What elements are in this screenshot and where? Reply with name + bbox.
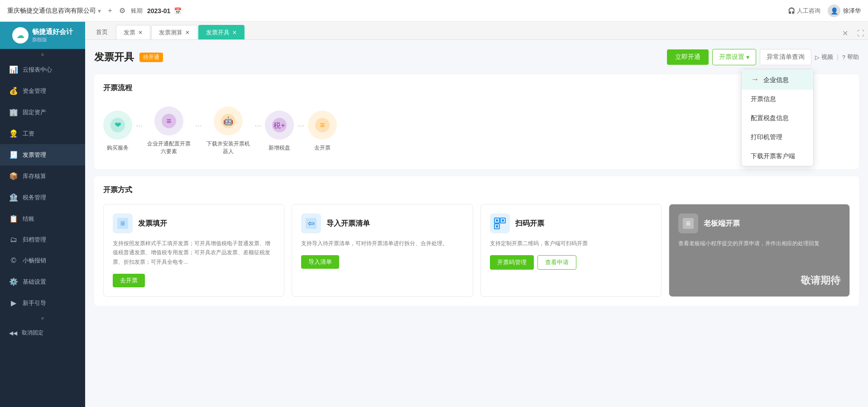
svg-rect-18: [502, 219, 504, 222]
avatar: 👤: [828, 5, 840, 17]
unpin-button[interactable]: ◀◀ 取消固定: [0, 324, 85, 342]
headset-icon: 🎧: [788, 7, 795, 14]
video-button[interactable]: ▷ 视频: [815, 53, 833, 61]
svg-text:≡: ≡: [686, 219, 691, 228]
methods-section: 开票方式 ≡ 发票填开 支持按: [94, 176, 859, 306]
tab-home[interactable]: 首页: [89, 25, 115, 39]
exception-list-button[interactable]: 异常清单查询: [760, 49, 811, 65]
fill-invoice-footer: 去开票: [113, 274, 275, 287]
view-apply-button[interactable]: 查看申请: [537, 255, 576, 270]
sidebar-item-inventory[interactable]: 📦 库存核算: [0, 165, 85, 187]
sidebar: ☁ 畅捷通好会计 旗舰版 ▲ 📊 云报表中心 💰 资金管理 🏢 固定资产 👷 工…: [0, 22, 85, 407]
period-value: 2023-01: [147, 7, 170, 15]
dropdown-item-download-client[interactable]: 下载开票客户端: [742, 147, 813, 166]
fixed-assets-icon: 🏢: [9, 108, 18, 116]
svg-text:⇦: ⇦: [308, 219, 315, 228]
dropdown-tax-disk-label: 配置税盘信息: [751, 114, 789, 121]
dropdown-item-company-info[interactable]: → 企业信息: [742, 69, 813, 90]
sidebar-item-invoice-mgmt[interactable]: 🧾 发票管理: [0, 144, 85, 165]
dropdown-item-tax-disk[interactable]: 配置税盘信息: [742, 109, 813, 128]
help-button[interactable]: ? 帮助: [842, 53, 859, 61]
status-badge: 待开通: [139, 53, 163, 62]
import-list-button[interactable]: 导入清单: [301, 255, 339, 269]
sidebar-item-fund-mgmt[interactable]: 💰 资金管理: [0, 80, 85, 102]
methods-title: 开票方式: [103, 185, 850, 195]
user-info[interactable]: 👤 徐泽华: [828, 5, 861, 17]
boss-invoice-title: 老板端开票: [704, 219, 740, 228]
dropdown-item-invoice-info[interactable]: 开票信息: [742, 90, 813, 109]
company-name: 重庆畅捷交通信息咨询有限公司: [7, 7, 96, 15]
unpin-label: 取消固定: [22, 329, 43, 337]
sidebar-label-invoice-mgmt: 发票管理: [23, 151, 46, 159]
sidebar-item-fixed-assets[interactable]: 🏢 固定资产: [0, 102, 85, 123]
process-label-3: 下载并安装开票机器人: [206, 140, 251, 155]
video-label: 视频: [821, 53, 833, 61]
tab-invoice[interactable]: 发票 ✕: [116, 25, 150, 39]
calendar-icon[interactable]: 📅: [174, 7, 182, 15]
sidebar-item-basic-settings[interactable]: ⚙️ 基础设置: [0, 271, 85, 292]
qr-mgmt-button[interactable]: 开票码管理: [490, 255, 534, 270]
method-card-boss-invoice: ≡ 老板端开票 查看老板端小程序提交的开票申请，并作出相应的处理回复 敬请期待: [669, 204, 850, 297]
unpin-icon: ◀◀: [9, 330, 17, 336]
logo-sub: 旗舰版: [32, 36, 73, 43]
process-arrow-2: ···: [195, 121, 202, 131]
process-icon-4: 税+: [265, 111, 294, 140]
tab-invoice-close[interactable]: ✕: [138, 29, 143, 36]
sidebar-item-new-guide[interactable]: ▶ 新手引导: [0, 292, 85, 314]
sidebar-item-cloud-report[interactable]: 📊 云报表中心: [0, 59, 85, 80]
logo-text-area: 畅捷通好会计 旗舰版: [32, 28, 73, 43]
activate-button[interactable]: 立即开通: [667, 49, 709, 65]
process-title: 开票流程: [103, 83, 850, 93]
process-icon-2: ≡: [154, 107, 183, 136]
dropdown-arrow-icon: ▾: [746, 53, 749, 61]
svg-text:≡: ≡: [120, 219, 125, 228]
add-tab-button[interactable]: ＋: [106, 6, 114, 15]
new-guide-icon: ▶: [9, 299, 18, 307]
settings-gear-icon[interactable]: ⚙: [119, 6, 125, 15]
fill-invoice-go-button[interactable]: 去开票: [113, 274, 145, 287]
page-title: 发票开具: [94, 50, 134, 64]
boss-invoice-desc: 查看老板端小程序提交的开票申请，并作出相应的处理回复: [678, 239, 840, 248]
process-step-3: 🤖 下载并安装开票机器人: [206, 107, 251, 155]
tab-invoice-issue[interactable]: 发票开具 ✕: [198, 25, 245, 39]
scroll-up-indicator[interactable]: ▲: [0, 49, 85, 59]
sidebar-item-tax-mgmt[interactable]: 🏦 税务管理: [0, 187, 85, 208]
dropdown-invoice-info-label: 开票信息: [751, 95, 776, 102]
method-card-scan-invoice: 扫码开票 支持定制开票二维码，客户端可扫码开票 开票码管理 查看申请: [480, 204, 662, 297]
invoice-settings-label: 开票设置: [719, 53, 744, 61]
invoice-settings-button[interactable]: 开票设置 ▾: [712, 49, 756, 65]
dropdown-company-info-label: 企业信息: [763, 76, 789, 83]
coming-soon-text: 敬请期待: [801, 274, 840, 287]
sidebar-item-archive[interactable]: 🗂 归档管理: [0, 229, 85, 250]
process-arrow-1: ···: [136, 121, 143, 131]
user-name: 徐泽华: [843, 7, 861, 15]
tab-invoice-calc-close[interactable]: ✕: [185, 29, 190, 36]
close-window-button[interactable]: ✕: [839, 27, 852, 39]
process-label-1: 购买服务: [107, 144, 129, 152]
sidebar-item-xiaochang[interactable]: © 小畅报销: [0, 250, 85, 271]
invoice-mgmt-icon: 🧾: [9, 150, 18, 159]
sidebar-item-salary[interactable]: 👷 工资: [0, 123, 85, 144]
import-list-footer: 导入清单: [301, 255, 463, 269]
process-step-2: ≡ 企业开通配置开票六要素: [146, 107, 192, 155]
svg-text:❤: ❤: [115, 121, 121, 130]
scroll-down-indicator[interactable]: ▼: [0, 314, 85, 324]
tab-bar: 首页 发票 ✕ 发票测算 ✕ 发票开具 ✕ ✕ ⛶: [85, 22, 868, 40]
tab-invoice-calc[interactable]: 发票测算 ✕: [151, 25, 197, 39]
divider: |: [837, 53, 839, 61]
maximize-window-button[interactable]: ⛶: [854, 28, 868, 39]
sidebar-label-cloud-report: 云报表中心: [23, 66, 52, 74]
tab-invoice-issue-close[interactable]: ✕: [232, 29, 237, 36]
scan-invoice-icon: [490, 213, 510, 233]
service-button[interactable]: 🎧 人工咨询: [788, 7, 820, 15]
method-card-boss-header: ≡ 老板端开票: [678, 213, 840, 233]
sidebar-logo: ☁ 畅捷通好会计 旗舰版: [0, 22, 85, 49]
dropdown-item-printer[interactable]: 打印机管理: [742, 128, 813, 147]
fund-mgmt-icon: 💰: [9, 87, 18, 95]
svg-text:🤖: 🤖: [223, 116, 234, 126]
company-arrow-icon[interactable]: ▾: [98, 7, 101, 15]
sidebar-item-closing[interactable]: 📋 结账: [0, 208, 85, 229]
red-arrow-icon: →: [751, 75, 759, 84]
inventory-icon: 📦: [9, 172, 18, 180]
header-actions: 立即开通 开票设置 ▾ 异常清单查询 ▷ 视频 | ? 帮助: [667, 49, 859, 65]
